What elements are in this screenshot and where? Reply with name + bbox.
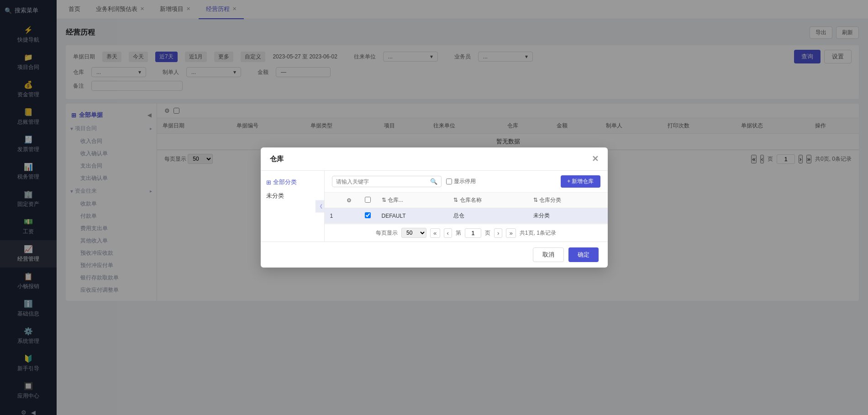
- modal-header: 仓库 ✕: [261, 147, 608, 171]
- modal-footer: 取消 确定: [261, 242, 608, 268]
- row-checkbox[interactable]: [359, 208, 376, 224]
- col-modal-settings[interactable]: ⚙: [341, 193, 359, 208]
- row-category: 未分类: [528, 208, 608, 224]
- modal-category-uncategorized[interactable]: 未分类: [261, 189, 324, 203]
- show-disabled-checkbox[interactable]: [446, 179, 452, 184]
- modal-table: ⚙ ⇅ 仓库... ⇅ 仓库名称 ⇅ 仓库分类: [325, 193, 608, 224]
- row-code: DEFAULT: [376, 208, 448, 224]
- modal-prev-page-btn[interactable]: ‹: [444, 228, 452, 238]
- modal-total-info: 共1页, 1条记录: [520, 229, 556, 237]
- modal-select-all[interactable]: [365, 197, 371, 203]
- modal-overlay: 仓库 ✕ ⊞ 全部分类 未分类 《 🔍: [0, 0, 868, 415]
- row-settings: [341, 208, 359, 224]
- modal-left-pane: ⊞ 全部分类 未分类 《: [261, 171, 325, 242]
- show-disabled-label[interactable]: 显示停用: [446, 178, 476, 185]
- modal-last-page-btn[interactable]: »: [506, 228, 516, 238]
- warehouse-modal: 仓库 ✕ ⊞ 全部分类 未分类 《 🔍: [261, 147, 608, 268]
- modal-table-header: ⚙ ⇅ 仓库... ⇅ 仓库名称 ⇅ 仓库分类: [325, 193, 608, 208]
- modal-collapse-left-btn[interactable]: 《: [316, 200, 324, 212]
- modal-toolbar: 🔍 显示停用 + 新增仓库: [325, 171, 608, 193]
- modal-close-btn[interactable]: ✕: [592, 154, 599, 164]
- col-modal-name: ⇅ 仓库名称: [448, 193, 528, 208]
- modal-next-page-btn[interactable]: ›: [494, 228, 502, 238]
- col-modal-code: ⇅ 仓库...: [376, 193, 448, 208]
- col-modal-category: ⇅ 仓库分类: [528, 193, 608, 208]
- modal-pagination: 每页显示 50 100 « ‹ 第 页 › » 共1页, 1条记录: [325, 224, 608, 242]
- modal-search-icon: 🔍: [430, 178, 437, 185]
- row-name: 总仓: [448, 208, 528, 224]
- modal-confirm-btn[interactable]: 确定: [568, 247, 599, 262]
- modal-right-pane: 🔍 显示停用 + 新增仓库 ⚙: [325, 171, 608, 242]
- modal-first-page-btn[interactable]: «: [430, 228, 440, 238]
- modal-title: 仓库: [270, 155, 284, 163]
- grid-icon-modal: ⊞: [266, 179, 271, 186]
- modal-per-page-select[interactable]: 50 100: [401, 228, 426, 238]
- add-warehouse-btn[interactable]: + 新增仓库: [561, 175, 600, 188]
- modal-table-row[interactable]: 1 DEFAULT 总仓 未分类: [325, 208, 608, 224]
- modal-page-input[interactable]: [465, 228, 481, 238]
- modal-search-wrap: 🔍: [332, 176, 442, 187]
- modal-body: ⊞ 全部分类 未分类 《 🔍 显示停用 + 新增仓库: [261, 171, 608, 242]
- modal-table-wrap: ⚙ ⇅ 仓库... ⇅ 仓库名称 ⇅ 仓库分类: [325, 193, 608, 224]
- modal-search-input[interactable]: [336, 179, 430, 185]
- col-row-number: [325, 193, 341, 208]
- col-modal-checkbox: [359, 193, 376, 208]
- row-number: 1: [325, 208, 341, 224]
- modal-category-all-btn[interactable]: ⊞ 全部分类: [261, 175, 324, 189]
- modal-cancel-btn[interactable]: 取消: [533, 247, 564, 262]
